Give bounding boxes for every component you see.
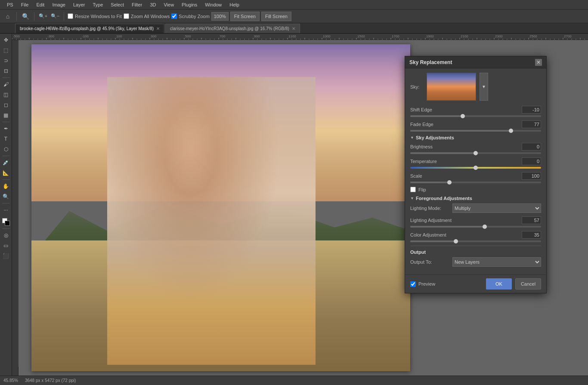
dialog-footer: Preview OK Cancel [405,274,546,293]
selection-tool-icon[interactable]: ⬚ [1,46,11,55]
output-to-select[interactable]: New Layers Duplicate Layer Current Layer [452,257,541,267]
scale-thumb[interactable] [447,180,452,185]
cancel-button[interactable]: Cancel [515,278,541,290]
eyedropper-tool-icon[interactable]: 💉 [1,158,11,167]
temperature-slider[interactable] [410,167,541,169]
menu-filter[interactable]: Filter [128,1,145,8]
menu-select[interactable]: Select [107,1,127,8]
move-tool-icon[interactable]: ✥ [1,35,11,45]
flip-label[interactable]: Flip [418,187,426,192]
lighting-mode-select[interactable]: Multiply Screen Normal [452,203,541,213]
home-icon[interactable]: ⌂ [3,11,13,22]
menu-file[interactable]: File [18,1,32,8]
sky-dropdown-button[interactable]: ▼ [480,73,488,101]
shift-edge-input[interactable] [522,106,541,114]
menu-view[interactable]: View [160,1,177,8]
shift-edge-slider[interactable] [410,115,541,117]
lighting-adj-input[interactable] [522,216,541,224]
menu-window[interactable]: Window [201,1,225,8]
scale-label: Scale [410,173,422,179]
hand-tool-icon[interactable]: ✋ [1,182,11,191]
zoom-out-icon[interactable]: 🔍− [50,11,60,22]
brightness-row: Brightness [410,143,541,154]
menu-plugins[interactable]: Plugins [178,1,201,8]
menu-type[interactable]: Type [90,1,107,8]
lighting-adj-thumb[interactable] [483,225,487,229]
shift-edge-fill [410,115,463,117]
fg-bg-colors[interactable] [1,217,11,227]
scrubby-zoom-checkbox[interactable] [171,13,177,19]
menu-image[interactable]: Image [49,1,69,8]
preview-row: Preview [410,281,435,287]
tab-1-close[interactable]: ✕ [292,26,295,31]
color-adj-input[interactable] [522,231,541,239]
eraser-tool-icon[interactable]: ◻ [1,100,11,110]
dialog-titlebar[interactable]: Sky Replacement ✕ [405,56,546,68]
text-tool-icon[interactable]: T [1,134,11,144]
temperature-input[interactable] [522,157,541,165]
ok-button[interactable]: OK [486,278,512,290]
ruler-tool-icon[interactable]: 📐 [1,168,11,178]
zoom-tool-icon[interactable]: 🔍 [20,11,31,22]
color-adj-thumb[interactable] [454,239,458,243]
tool-sep-1 [2,77,10,78]
tab-1[interactable]: clarisse-meyer-HoYIncR3AQ8-unsplash.jpg … [165,24,300,33]
brightness-thumb[interactable] [473,151,478,155]
dialog-close-button[interactable]: ✕ [535,59,542,66]
fade-edge-row: Fade Edge [410,120,541,132]
frame-tool-icon[interactable]: ⬛ [1,251,11,261]
menu-edit[interactable]: Edit [33,1,48,8]
brightness-input[interactable] [522,143,541,151]
dimensions-status: 3648 px x 5472 px (72 ppi) [25,378,76,383]
toolbar-sep-2 [34,12,34,21]
gradient-tool-icon[interactable]: ▦ [1,111,11,120]
menu-help[interactable]: Help [226,1,243,8]
sky-adjustments-header[interactable]: ▼ Sky Adjustments [410,135,541,140]
zoom-tool-icon2[interactable]: 🔍 [1,192,11,201]
zoom-level-input[interactable] [211,12,229,21]
scale-input[interactable] [522,172,541,180]
shift-edge-thumb[interactable] [461,114,465,118]
tab-0[interactable]: brooke-cagle-H6We-lfziBg-unsplash.jpg @ … [15,24,164,33]
lasso-tool-icon[interactable]: ⊃ [1,56,11,65]
preview-checkbox[interactable] [410,281,416,287]
lighting-mode-row: Lighting Mode: Multiply Screen Normal [410,203,541,213]
temperature-row: Temperature [410,157,541,169]
scale-slider[interactable] [410,182,541,183]
zoom-all-checkbox[interactable] [124,13,129,19]
menu-layer[interactable]: Layer [70,1,89,8]
screen-mode-icon[interactable]: ▭ [1,241,11,250]
flip-checkbox[interactable] [410,187,416,192]
stamp-tool-icon[interactable]: ◫ [1,90,11,99]
path-tool-icon[interactable]: ⬡ [1,145,11,154]
lighting-adj-label: Lighting Adjustment [410,218,452,223]
sky-label: Sky: [410,84,423,89]
crop-tool-icon[interactable]: ⊡ [1,66,11,76]
quick-mask-icon[interactable]: ◎ [1,231,11,240]
zoom-in-icon[interactable]: 🔍+ [38,11,48,22]
tab-0-close[interactable]: ✕ [156,26,160,31]
brush-tool-icon[interactable]: 🖌 [1,80,11,89]
fill-screen-button[interactable]: Fill Screen [261,12,291,21]
toolbar: ⌂ 🔍 🔍+ 🔍− Resize Windows to Fit Zoom All… [0,9,588,23]
lighting-adj-slider[interactable] [410,226,541,228]
brightness-label: Brightness [410,144,433,149]
brightness-slider[interactable] [410,152,541,154]
tool-sep-5 [2,203,10,203]
fade-edge-input[interactable] [522,120,541,128]
dialog-body: Sky: ▼ Shift Edge Fade Edge [405,68,546,274]
menu-ps[interactable]: PS [3,1,17,8]
more-tools-icon[interactable]: ··· [1,205,11,215]
preview-label[interactable]: Preview [418,281,435,286]
resize-windows-checkbox[interactable] [68,13,73,19]
temperature-thumb[interactable] [473,166,478,170]
color-adj-slider[interactable] [410,240,541,242]
temperature-label: Temperature [410,159,437,164]
foreground-adjustments-header[interactable]: ▼ Foreground Adjustments [410,196,541,201]
pen-tool-icon[interactable]: ✒ [1,124,11,133]
fit-screen-button[interactable]: Fit Screen [230,12,260,21]
menu-3d[interactable]: 3D [146,1,159,8]
fade-edge-slider[interactable] [410,130,541,132]
fade-edge-thumb[interactable] [509,129,513,133]
tool-sep-2 [2,122,10,122]
